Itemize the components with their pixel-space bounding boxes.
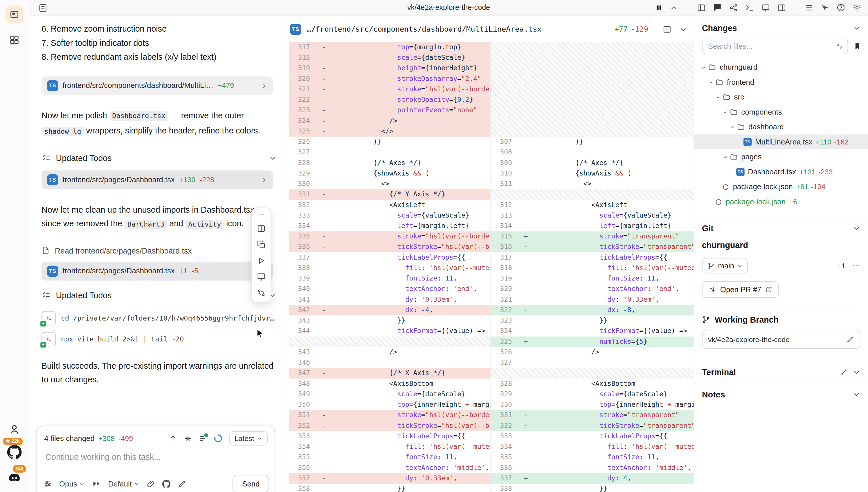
terminal-section-header[interactable]: Terminal [694, 360, 868, 382]
diff-old-cell: 326 )} [289, 137, 490, 147]
diff-row: 339 fontSize: 11,319 fontSize: 11, [289, 273, 694, 284]
inline-code: Dashboard.tsx [110, 111, 168, 120]
search-files-input[interactable] [702, 38, 848, 54]
tree-folder-components[interactable]: components [694, 105, 868, 120]
right-sidebar: Changes [694, 16, 868, 492]
split-diff-icon[interactable] [257, 224, 266, 233]
changes-label: Changes [702, 23, 737, 32]
tree-folder-src[interactable]: src [694, 90, 868, 105]
changes-section-header[interactable]: Changes [694, 16, 868, 38]
mode-dropdown[interactable]: Default [108, 479, 139, 488]
model-dropdown[interactable]: Opus [59, 479, 85, 488]
workspace-active-button[interactable] [5, 5, 23, 23]
attachment-icon[interactable] [147, 479, 155, 488]
tree-file-package-lock.json[interactable]: package-lock.json+61-104 [694, 179, 868, 194]
diff-row: 324- /> [289, 116, 694, 126]
tree-file-package-lock.json[interactable]: package-lock.json+6 [694, 194, 868, 210]
external-link-icon [766, 286, 773, 293]
chevron-down-icon[interactable] [853, 369, 861, 376]
panel-left-icon[interactable] [697, 3, 706, 12]
tree-file-MultiLineArea.tsx[interactable]: TSMultiLineArea.tsx+110-162 [694, 134, 868, 150]
diff-row: 352- tickStroke="hsl(var(--border))"332+… [289, 421, 694, 431]
updated-todos-toggle[interactable]: Updated Todos [42, 290, 276, 300]
updated-todos-toggle[interactable]: Updated Todos [42, 153, 276, 162]
file-change-chip[interactable]: TS frontend/src/pages/Dashboard.tsx +130… [42, 170, 273, 189]
bookmark-icon[interactable] [853, 42, 862, 50]
notes-section-header[interactable]: Notes [694, 382, 868, 404]
branch-dropdown[interactable]: main [702, 258, 748, 273]
diff-additions: +77 [615, 25, 628, 33]
read-file-row[interactable]: Read frontend/src/pages/Dashboard.tsx [42, 246, 273, 255]
expand-icon[interactable] [840, 369, 848, 376]
diff-body[interactable]: 317- top={margin.top}318- scale={dateSca… [289, 42, 694, 492]
chevron-down-icon [722, 109, 728, 115]
fast-forward-icon[interactable] [92, 479, 101, 488]
monitor-icon[interactable] [761, 3, 770, 12]
git-branch-icon [702, 315, 710, 324]
search-input[interactable] [707, 41, 832, 50]
file-change-chip[interactable]: TS frontend/src/components/dashboard/Mul… [42, 76, 273, 95]
github-icon[interactable] [162, 479, 171, 488]
tree-file-Dashboard.tsx[interactable]: TSDashboard.tsx+131-233 [694, 165, 868, 179]
share-network-icon[interactable] [729, 3, 738, 12]
git-compare-icon[interactable] [257, 288, 266, 297]
help-icon[interactable] [836, 3, 845, 12]
diff-old-cell: 348 <AxisBottom [289, 378, 490, 389]
files-changed-label[interactable]: 4 files changed [44, 434, 95, 443]
sliders-icon[interactable] [43, 479, 52, 488]
diff-row: 341 dy: '0.33em',321 dy: '0.33em', [289, 294, 694, 305]
scroll-to-top-icon[interactable] [169, 434, 177, 443]
collapse-up-icon[interactable] [670, 3, 678, 12]
pause-icon[interactable] [656, 4, 663, 11]
file-change-chip[interactable]: TS frontend/src/pages/Dashboard.tsx +1 -… [42, 262, 273, 280]
grid-view-button[interactable] [9, 34, 20, 45]
asterisk-icon[interactable] [184, 434, 192, 443]
chevron-down-icon[interactable] [853, 225, 861, 232]
working-branch-field[interactable]: vk/4e2a-explore-the-code [702, 330, 860, 349]
collapse-tree-icon[interactable] [836, 42, 843, 50]
chevron-down-icon[interactable] [853, 24, 861, 32]
menu-icon[interactable] [805, 3, 814, 12]
diff-new-cell: 307 )} [491, 137, 694, 147]
chevron-down-icon[interactable] [679, 25, 687, 34]
run-icon[interactable] [257, 256, 266, 265]
send-button[interactable]: Send [233, 475, 269, 492]
git-section: Git churnguard [694, 216, 868, 360]
commits-ahead[interactable]: ↑1 [837, 262, 845, 270]
tree-folder-dashboard[interactable]: dashboard [694, 120, 868, 134]
chat-bubble-icon[interactable] [713, 3, 722, 12]
discord-link[interactable]: 346 [7, 471, 22, 488]
terminal-command-row[interactable]: + npx vite build 2>&1 | tail -20 [42, 332, 276, 346]
git-more-options[interactable]: ⋯ [852, 261, 861, 271]
terminal-icon[interactable] [745, 3, 754, 12]
diff-new-cell: 309 {/* Axes */} [491, 158, 694, 168]
diff-old-cell: 323- pointerEvents="none" [289, 105, 490, 116]
more-options-icon[interactable]: ⋯ [258, 213, 265, 217]
titlebar: vk/4e2a-explore-the-code [29, 0, 868, 16]
todos-status-icon[interactable] [198, 434, 207, 443]
git-section-header[interactable]: Git [694, 216, 868, 238]
account-icon[interactable] [8, 423, 21, 436]
tree-folder-pages[interactable]: pages [694, 149, 868, 165]
notes-section: Notes [694, 382, 868, 404]
working-branch-header: Working Branch [702, 306, 860, 330]
pen-icon[interactable] [178, 479, 186, 488]
copy-icon[interactable] [257, 240, 266, 249]
gear-icon[interactable] [852, 3, 862, 12]
message-input[interactable] [44, 452, 269, 462]
panel-right-icon[interactable] [777, 3, 786, 12]
diff-row: 356 textAnchor: 'middle',336 textAnchor:… [289, 463, 694, 473]
split-view-icon[interactable] [663, 25, 672, 34]
open-pr-button[interactable]: Open PR #7 [702, 281, 779, 298]
terminal-command-row[interactable]: + cd /private/var/folders/10/h7w0q46556g… [42, 311, 276, 325]
version-dropdown[interactable]: Latest [229, 431, 268, 446]
cursor-pointer-icon[interactable] [821, 3, 829, 12]
tree-folder-churnguard[interactable]: churnguard [694, 60, 868, 75]
monitor-icon[interactable] [257, 272, 266, 281]
chevron-down-icon[interactable] [853, 391, 861, 398]
typescript-icon: TS [47, 174, 58, 185]
pencil-icon[interactable] [846, 335, 854, 343]
diff-old-cell: 340 textAnchor: 'end', [289, 284, 490, 294]
tree-folder-frontend[interactable]: frontend [694, 75, 868, 90]
github-link[interactable]: ★ 22k [7, 445, 22, 462]
